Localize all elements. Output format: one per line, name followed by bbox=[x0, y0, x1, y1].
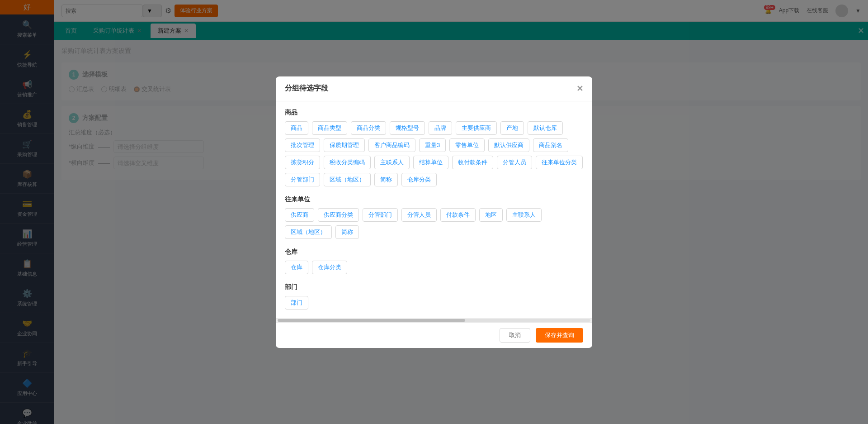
modal-overlay: 分组待选字段 ✕ 商品商品商品类型商品分类规格型号品牌主要供应商产地默认仓库批次… bbox=[0, 0, 868, 193]
field-tag-0-23[interactable]: 区域（地区） bbox=[324, 173, 371, 186]
modal-title: 分组待选字段 bbox=[285, 84, 328, 93]
field-tag-0-15[interactable]: 拣货积分 bbox=[285, 156, 320, 169]
modal-close-button[interactable]: ✕ bbox=[576, 84, 583, 94]
field-section-0: 商品商品商品类型商品分类规格型号品牌主要供应商产地默认仓库批次管理保质期管理客户… bbox=[285, 109, 583, 186]
field-tag-0-6[interactable]: 产地 bbox=[500, 121, 524, 135]
field-tag-0-4[interactable]: 品牌 bbox=[429, 121, 452, 135]
field-tag-0-0[interactable]: 商品 bbox=[285, 121, 308, 135]
field-tag-0-5[interactable]: 主要供应商 bbox=[456, 121, 497, 135]
field-tags-0: 商品商品类型商品分类规格型号品牌主要供应商产地默认仓库批次管理保质期管理客户商品… bbox=[285, 121, 583, 186]
field-section-title-0: 商品 bbox=[285, 109, 583, 117]
field-tag-0-16[interactable]: 税收分类编码 bbox=[324, 156, 371, 169]
field-tag-0-14[interactable]: 商品别名 bbox=[533, 138, 568, 152]
field-tag-0-10[interactable]: 客户商品编码 bbox=[368, 138, 415, 152]
field-tag-0-2[interactable]: 商品分类 bbox=[351, 121, 386, 135]
field-tag-0-25[interactable]: 仓库分类 bbox=[401, 173, 437, 186]
field-select-modal: 分组待选字段 ✕ 商品商品商品类型商品分类规格型号品牌主要供应商产地默认仓库批次… bbox=[276, 76, 592, 193]
field-tag-0-12[interactable]: 零售单位 bbox=[449, 138, 485, 152]
modal-body: 商品商品商品类型商品分类规格型号品牌主要供应商产地默认仓库批次管理保质期管理客户… bbox=[276, 101, 592, 193]
field-tag-0-7[interactable]: 默认仓库 bbox=[528, 121, 563, 135]
field-tag-0-17[interactable]: 主联系人 bbox=[374, 156, 410, 169]
field-tag-0-3[interactable]: 规格型号 bbox=[390, 121, 425, 135]
field-tag-0-11[interactable]: 重量3 bbox=[419, 138, 446, 152]
field-tag-0-8[interactable]: 批次管理 bbox=[285, 138, 320, 152]
field-tag-0-13[interactable]: 默认供应商 bbox=[488, 138, 529, 152]
field-tag-0-9[interactable]: 保质期管理 bbox=[324, 138, 365, 152]
field-tag-0-1[interactable]: 商品类型 bbox=[312, 121, 347, 135]
field-tag-0-20[interactable]: 分管人员 bbox=[497, 156, 532, 169]
field-tag-0-21[interactable]: 往来单位分类 bbox=[536, 156, 583, 169]
field-tag-0-18[interactable]: 结算单位 bbox=[413, 156, 448, 169]
modal-header: 分组待选字段 ✕ bbox=[276, 76, 592, 101]
field-tag-0-22[interactable]: 分管部门 bbox=[285, 173, 320, 186]
field-tag-0-24[interactable]: 简称 bbox=[374, 173, 398, 186]
field-tag-0-19[interactable]: 收付款条件 bbox=[452, 156, 493, 169]
